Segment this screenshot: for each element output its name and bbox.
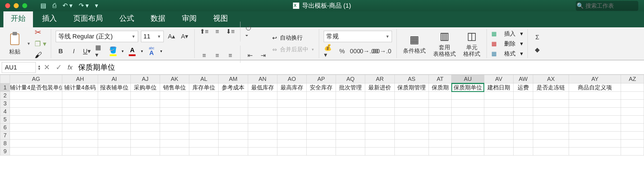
cell[interactable] xyxy=(569,140,621,148)
row-header[interactable]: 8 xyxy=(0,140,10,148)
column-header[interactable]: AY xyxy=(569,75,621,83)
cell[interactable] xyxy=(160,100,189,108)
cell[interactable]: 参考成本 xyxy=(219,83,248,92)
spreadsheet-grid[interactable]: AGAHAIAJAKALAMANAOAPAQARASATAUAVAWAXAYAZ… xyxy=(0,75,644,155)
column-header[interactable]: AZ xyxy=(621,75,644,83)
cell[interactable]: 批次管理 xyxy=(336,83,365,92)
row-header[interactable]: 4 xyxy=(0,108,10,116)
column-header[interactable]: AJ xyxy=(130,75,160,83)
row-header[interactable]: 9 xyxy=(0,148,10,155)
indent-increase-icon[interactable]: ⇥ xyxy=(258,50,268,61)
align-top-icon[interactable]: ⬆≡ xyxy=(199,26,209,37)
cell[interactable] xyxy=(514,140,533,148)
cell[interactable] xyxy=(484,124,513,132)
cell[interactable] xyxy=(277,100,306,108)
align-right-icon[interactable]: ≡ xyxy=(225,50,236,61)
cell[interactable] xyxy=(484,140,513,148)
font-color-button[interactable]: A xyxy=(127,46,137,56)
cell[interactable] xyxy=(160,140,189,148)
paste-button[interactable]: 粘贴 xyxy=(7,31,23,57)
undo-icon[interactable]: ↶ ▾ xyxy=(63,2,72,9)
cell[interactable]: 保质期单位 xyxy=(452,83,484,92)
cell[interactable]: 最新进价 xyxy=(365,83,394,92)
column-header[interactable]: AG xyxy=(10,75,62,83)
redo-icon[interactable]: ↷ ▾ xyxy=(79,2,89,9)
cell[interactable] xyxy=(10,100,62,108)
cell[interactable] xyxy=(98,124,131,132)
cell[interactable] xyxy=(248,148,277,155)
cell[interactable] xyxy=(62,124,98,132)
cell[interactable] xyxy=(452,100,484,108)
column-header[interactable]: AS xyxy=(394,75,429,83)
cell[interactable] xyxy=(365,140,394,148)
cell[interactable] xyxy=(306,124,336,132)
cell[interactable] xyxy=(130,124,160,132)
cell[interactable] xyxy=(98,132,131,140)
autosum-icon[interactable]: Σ xyxy=(532,32,543,42)
search-input[interactable] xyxy=(576,1,638,11)
cell[interactable] xyxy=(189,100,219,108)
name-box-spinner[interactable]: ▲▼ xyxy=(38,65,41,70)
select-all-corner[interactable] xyxy=(0,75,10,83)
cell[interactable] xyxy=(306,132,336,140)
minimize-window-button[interactable] xyxy=(14,3,19,8)
row-header[interactable]: 3 xyxy=(0,100,10,108)
tab-insert[interactable]: 插入 xyxy=(35,10,64,27)
cell[interactable] xyxy=(130,116,160,124)
cell[interactable] xyxy=(306,92,336,100)
cell[interactable] xyxy=(98,100,131,108)
cell[interactable] xyxy=(514,132,533,140)
cell[interactable] xyxy=(62,116,98,124)
cell[interactable] xyxy=(514,116,533,124)
row-header[interactable]: 5 xyxy=(0,116,10,124)
cell[interactable] xyxy=(130,92,160,100)
percent-icon[interactable]: % xyxy=(337,46,347,56)
cell[interactable] xyxy=(248,140,277,148)
cell[interactable] xyxy=(306,116,336,124)
font-name-combo[interactable]: 等线 Regular (正文)▼ xyxy=(56,31,138,42)
cell[interactable] xyxy=(219,92,248,100)
decrease-font-icon[interactable]: A▾ xyxy=(180,31,190,42)
tab-start[interactable]: 开始 xyxy=(3,10,33,27)
copy-icon[interactable]: ❐ ▾ xyxy=(35,40,46,48)
cell[interactable] xyxy=(219,124,248,132)
cell[interactable] xyxy=(365,100,394,108)
cell[interactable]: 商品自定义项 xyxy=(569,83,621,92)
number-format-combo[interactable]: 常规▼ xyxy=(324,31,392,42)
increase-font-icon[interactable]: A▴ xyxy=(167,31,177,42)
column-header[interactable]: AX xyxy=(533,75,569,83)
cell[interactable] xyxy=(277,148,306,155)
cell[interactable]: 采购单位 xyxy=(130,83,160,92)
row-header[interactable]: 1 xyxy=(0,83,10,92)
cell[interactable] xyxy=(10,108,62,116)
cell[interactable] xyxy=(365,148,394,155)
cell[interactable] xyxy=(336,140,365,148)
cell[interactable] xyxy=(429,140,451,148)
cell[interactable] xyxy=(306,108,336,116)
cell[interactable] xyxy=(306,140,336,148)
cell[interactable] xyxy=(394,116,429,124)
cell[interactable] xyxy=(484,108,513,116)
cell[interactable] xyxy=(160,124,189,132)
align-bottom-icon[interactable]: ⬇≡ xyxy=(225,26,236,37)
cell[interactable] xyxy=(533,92,569,100)
cell[interactable] xyxy=(10,92,62,100)
cell[interactable] xyxy=(533,100,569,108)
align-center-icon[interactable]: ≡ xyxy=(212,50,223,61)
column-header[interactable]: AM xyxy=(219,75,248,83)
cell[interactable] xyxy=(514,124,533,132)
cell[interactable] xyxy=(248,124,277,132)
column-header[interactable]: AW xyxy=(514,75,533,83)
border-button[interactable]: ▦ ▾ xyxy=(95,46,105,56)
print-icon[interactable]: ⎙ xyxy=(53,2,56,9)
column-header[interactable]: AL xyxy=(189,75,219,83)
cell[interactable] xyxy=(189,140,219,148)
italic-button[interactable]: I xyxy=(69,46,79,56)
cell[interactable] xyxy=(336,148,365,155)
cell[interactable] xyxy=(98,92,131,100)
cell[interactable] xyxy=(452,108,484,116)
cell[interactable] xyxy=(62,108,98,116)
cell[interactable] xyxy=(10,148,62,155)
cell[interactable] xyxy=(219,140,248,148)
tab-data[interactable]: 数据 xyxy=(143,10,173,27)
